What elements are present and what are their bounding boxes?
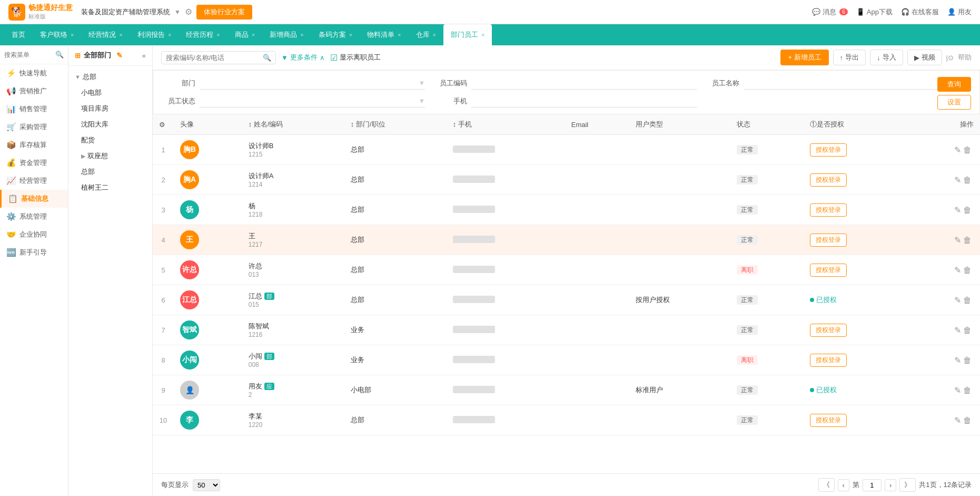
- search-button[interactable]: 查询: [937, 77, 971, 92]
- auth-button[interactable]: 授权登录: [810, 264, 847, 277]
- gear-icon[interactable]: ⚙: [185, 7, 192, 17]
- dept-node-xiaodian[interactable]: 小电部: [68, 85, 152, 101]
- sidebar-item-quick-nav[interactable]: ⚡ 快速导航: [0, 64, 68, 82]
- close-icon[interactable]: ×: [433, 32, 436, 38]
- sidebar-item-marketing[interactable]: 📢 营销推广: [0, 82, 68, 100]
- dept-node-head[interactable]: ▼ 总部: [68, 69, 152, 85]
- sidebar-search-input[interactable]: [4, 51, 53, 59]
- import-button[interactable]: ↓ 导入: [870, 50, 903, 65]
- search-input[interactable]: [166, 54, 261, 62]
- edit-icon[interactable]: ✎: [954, 296, 961, 305]
- last-page-btn[interactable]: 》: [899, 478, 916, 492]
- page-number-input[interactable]: [863, 479, 882, 491]
- dept-node-zongbu[interactable]: 总部: [68, 164, 152, 180]
- next-page-btn[interactable]: ›: [885, 479, 896, 491]
- first-page-btn[interactable]: 《: [818, 478, 835, 492]
- sidebar-item-guide[interactable]: 🆕 新手引导: [0, 244, 68, 261]
- delete-icon[interactable]: 🗑: [963, 296, 972, 305]
- tab-bom[interactable]: 物料清单 ×: [360, 24, 408, 45]
- tab-warehouse[interactable]: 仓库 ×: [409, 24, 443, 45]
- dept-node-zhishu[interactable]: 植树王二: [68, 180, 152, 196]
- dept-node-project[interactable]: 项目库房: [68, 101, 152, 116]
- dept-edit-icon[interactable]: ✎: [116, 51, 123, 60]
- sidebar-item-operations[interactable]: 📈 经营管理: [0, 172, 68, 190]
- close-icon[interactable]: ×: [300, 32, 303, 38]
- emp-name-input[interactable]: [744, 77, 969, 90]
- close-icon[interactable]: ×: [398, 32, 401, 38]
- help-label[interactable]: 帮助: [958, 53, 972, 62]
- chevron-down-icon[interactable]: ▼: [174, 8, 181, 16]
- help-icon[interactable]: |⊙: [946, 54, 954, 62]
- delete-icon[interactable]: 🗑: [963, 326, 972, 335]
- delete-icon[interactable]: 🗑: [963, 386, 972, 395]
- dept-node-peihuo[interactable]: 配货: [68, 132, 152, 148]
- dept-node-shuangzuo[interactable]: ▶ 双座想: [68, 148, 152, 164]
- tab-history[interactable]: 经营历程 ×: [179, 24, 227, 45]
- tab-home[interactable]: 首页: [4, 24, 33, 45]
- sidebar-item-collab[interactable]: 🤝 企业协同: [0, 226, 68, 244]
- tab-customer[interactable]: 客户联络 ×: [33, 24, 81, 45]
- sidebar-item-purchase[interactable]: 🛒 采购管理: [0, 118, 68, 136]
- edit-icon[interactable]: ✎: [954, 206, 961, 215]
- auth-button[interactable]: 授权登录: [810, 324, 847, 337]
- close-icon[interactable]: ×: [349, 32, 352, 38]
- page-size-select[interactable]: 50 100: [193, 479, 220, 491]
- status-select[interactable]: ▼: [200, 95, 425, 108]
- close-icon[interactable]: ×: [481, 32, 484, 38]
- video-button[interactable]: ▶ 视频: [907, 50, 942, 65]
- tab-business[interactable]: 经营情况 ×: [81, 24, 130, 45]
- close-icon[interactable]: ×: [168, 32, 171, 38]
- edit-icon[interactable]: ✎: [954, 386, 961, 395]
- message-btn[interactable]: 💬 消息 6: [812, 7, 848, 17]
- auth-button[interactable]: 授权登录: [810, 203, 847, 217]
- auth-button[interactable]: 授权登录: [810, 173, 847, 187]
- more-filter-btn[interactable]: ▼ 更多条件 ∧: [281, 53, 325, 62]
- delete-icon[interactable]: 🗑: [963, 416, 972, 425]
- trial-button[interactable]: 体验行业方案: [196, 5, 252, 20]
- delete-icon[interactable]: 🗑: [963, 236, 972, 245]
- emp-code-input[interactable]: [471, 77, 697, 90]
- app-download-btn[interactable]: 📱 App下载: [856, 7, 893, 17]
- edit-icon[interactable]: ✎: [954, 326, 961, 335]
- col-settings[interactable]: ⚙: [153, 114, 174, 135]
- edit-icon[interactable]: ✎: [954, 145, 961, 154]
- sidebar-item-inventory[interactable]: 📦 库存核算: [0, 136, 68, 154]
- sidebar-item-finance[interactable]: 💰 资金管理: [0, 154, 68, 172]
- edit-icon[interactable]: ✎: [954, 266, 961, 275]
- auth-button[interactable]: 授权登录: [810, 234, 847, 247]
- tab-department[interactable]: 部门员工 ×: [443, 24, 492, 45]
- tab-profit[interactable]: 利润报告 ×: [130, 24, 179, 45]
- delete-icon[interactable]: 🗑: [963, 176, 972, 184]
- add-employee-button[interactable]: + 新增员工: [780, 50, 828, 65]
- reset-button[interactable]: 设置: [937, 95, 971, 110]
- edit-icon[interactable]: ✎: [954, 416, 961, 425]
- export-button[interactable]: ↑ 导出: [833, 50, 866, 65]
- col-dept[interactable]: ↕ 部门/职位: [344, 114, 447, 135]
- dept-collapse-btn[interactable]: «: [142, 52, 146, 60]
- delete-icon[interactable]: 🗑: [963, 206, 972, 215]
- close-icon[interactable]: ×: [252, 32, 255, 38]
- sidebar-item-sales[interactable]: 📊 销售管理: [0, 100, 68, 118]
- user-menu[interactable]: 👤 用友: [947, 7, 972, 17]
- auth-button[interactable]: 授权登录: [810, 414, 847, 427]
- close-icon[interactable]: ×: [71, 32, 74, 38]
- col-name[interactable]: ↕ 姓名/编码: [242, 114, 344, 135]
- close-icon[interactable]: ×: [119, 32, 122, 38]
- edit-icon[interactable]: ✎: [954, 176, 961, 184]
- search-icon[interactable]: 🔍: [263, 54, 271, 62]
- tab-goods[interactable]: 商品 ×: [227, 24, 262, 45]
- prev-page-btn[interactable]: ‹: [838, 479, 849, 491]
- sidebar-item-system[interactable]: ⚙️ 系统管理: [0, 208, 68, 226]
- phone-input[interactable]: [471, 95, 697, 108]
- dept-select[interactable]: ▼: [200, 77, 425, 90]
- delete-icon[interactable]: 🗑: [963, 145, 972, 154]
- edit-icon[interactable]: ✎: [954, 356, 961, 365]
- col-phone[interactable]: ↕ 手机: [447, 114, 565, 135]
- delete-icon[interactable]: 🗑: [963, 266, 972, 275]
- dept-node-shenyang[interactable]: 沈阳大库: [68, 116, 152, 132]
- auth-button[interactable]: 授权登录: [810, 143, 847, 157]
- delete-icon[interactable]: 🗑: [963, 356, 972, 365]
- sidebar-item-basic-info[interactable]: 📋 基础信息: [0, 190, 68, 208]
- show-resigned-toggle[interactable]: ☑ 显示离职员工: [330, 53, 381, 63]
- online-service-btn[interactable]: 🎧 在线客服: [901, 7, 939, 17]
